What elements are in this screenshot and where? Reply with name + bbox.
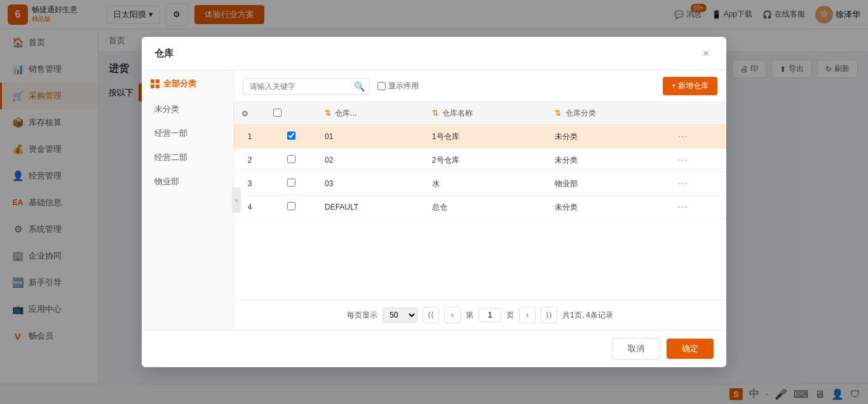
sort-icon: ⇅ bbox=[555, 109, 561, 118]
row-code: 01 bbox=[317, 125, 424, 149]
table-row[interactable]: 2 02 2号仓库 未分类 ··· bbox=[234, 149, 726, 172]
sort-icon: ⇅ bbox=[432, 109, 438, 118]
cancel-button[interactable]: 取消 bbox=[612, 338, 660, 360]
dialog-overlay: 仓库 × 全部分类 未分类 经营一部 bbox=[0, 0, 868, 404]
th-name-label: 仓库名称 bbox=[442, 109, 473, 118]
dialog-footer: 取消 确定 bbox=[142, 330, 726, 367]
category-item-unclassified[interactable]: 未分类 bbox=[142, 97, 233, 121]
row-num: 1 bbox=[234, 125, 266, 149]
total-info: 共1页, 4条记录 bbox=[562, 310, 613, 321]
dialog-close-button[interactable]: × bbox=[698, 46, 714, 61]
th-name[interactable]: ⇅ 仓库名称 bbox=[424, 102, 547, 125]
collapse-panel-button[interactable]: « bbox=[232, 187, 241, 213]
all-categories-label: 全部分类 bbox=[163, 78, 196, 90]
all-categories-button[interactable]: 全部分类 bbox=[142, 71, 233, 97]
th-category-label: 仓库分类 bbox=[566, 109, 596, 118]
per-page-select[interactable]: 50 100 200 bbox=[383, 307, 417, 323]
table-body: 1 01 1号仓库 未分类 ··· 2 02 2号仓库 未分类 ··· 3 03… bbox=[234, 125, 726, 219]
search-icon[interactable]: 🔍 bbox=[354, 81, 365, 91]
table-wrap: ⚙ ⇅ 仓库... ⇅ bbox=[234, 102, 726, 300]
category-label: 未分类 bbox=[154, 104, 179, 114]
show-disabled-checkbox[interactable] bbox=[377, 82, 386, 90]
row-checkbox[interactable] bbox=[266, 196, 317, 219]
row-category: 未分类 bbox=[547, 196, 670, 219]
th-code[interactable]: ⇅ 仓库... bbox=[317, 102, 424, 125]
row-category: 未分类 bbox=[547, 149, 670, 172]
row-code: 03 bbox=[317, 172, 424, 196]
row-checkbox[interactable] bbox=[266, 172, 317, 196]
first-page-button[interactable]: ⟨⟨ bbox=[423, 307, 439, 323]
dialog-body: 全部分类 未分类 经营一部 经营二部 物业部 « bbox=[142, 71, 726, 330]
category-label: 物业部 bbox=[154, 177, 179, 186]
row-name: 水 bbox=[424, 172, 547, 196]
select-all-checkbox[interactable] bbox=[273, 109, 281, 117]
sort-icon: ⇅ bbox=[325, 109, 331, 118]
search-bar: 🔍 显示停用 + 新增仓库 bbox=[234, 71, 726, 102]
per-page-label: 每页显示 bbox=[347, 310, 377, 321]
search-input-wrap: 🔍 bbox=[243, 78, 370, 95]
dialog-title: 仓库 bbox=[154, 48, 173, 60]
warehouse-table: ⚙ ⇅ 仓库... ⇅ bbox=[234, 102, 726, 219]
table-row[interactable]: 4 DEFAULT 总仓 未分类 ··· bbox=[234, 196, 726, 219]
page-unit: 页 bbox=[506, 310, 514, 321]
category-item-ops2[interactable]: 经营二部 bbox=[142, 145, 233, 170]
row-num: 2 bbox=[234, 149, 266, 172]
search-input[interactable] bbox=[243, 78, 370, 95]
row-actions[interactable]: ··· bbox=[670, 196, 726, 219]
row-name: 2号仓库 bbox=[424, 149, 547, 172]
th-code-label: 仓库... bbox=[335, 109, 356, 118]
add-warehouse-button[interactable]: + 新增仓库 bbox=[663, 77, 717, 95]
row-action-button[interactable]: ··· bbox=[678, 131, 688, 142]
show-disabled-text: 显示停用 bbox=[388, 81, 419, 91]
row-checkbox[interactable] bbox=[266, 149, 317, 172]
table-row[interactable]: 3 03 水 物业部 ··· bbox=[234, 172, 726, 196]
last-page-button[interactable]: ⟩⟩ bbox=[541, 307, 557, 323]
content-panel: 🔍 显示停用 + 新增仓库 ⚙ bbox=[234, 71, 726, 330]
row-category: 物业部 bbox=[547, 172, 670, 196]
row-action-button[interactable]: ··· bbox=[678, 178, 688, 189]
row-category: 未分类 bbox=[547, 125, 670, 149]
collapse-icon: « bbox=[234, 197, 238, 204]
table-header: ⚙ ⇅ 仓库... ⇅ bbox=[234, 102, 726, 125]
table-row[interactable]: 1 01 1号仓库 未分类 ··· bbox=[234, 125, 726, 149]
show-disabled-label[interactable]: 显示停用 bbox=[377, 81, 419, 91]
category-label: 经营二部 bbox=[154, 152, 187, 162]
gear-icon: ⚙ bbox=[241, 109, 248, 118]
warehouse-dialog: 仓库 × 全部分类 未分类 经营一部 bbox=[142, 37, 726, 367]
th-actions bbox=[670, 102, 726, 125]
category-label: 经营一部 bbox=[154, 128, 187, 138]
th-checkbox[interactable] bbox=[266, 102, 317, 125]
row-actions[interactable]: ··· bbox=[670, 172, 726, 196]
category-item-property[interactable]: 物业部 bbox=[142, 170, 233, 194]
category-item-ops1[interactable]: 经营一部 bbox=[142, 121, 233, 145]
row-checkbox[interactable] bbox=[266, 125, 317, 149]
th-category[interactable]: ⇅ 仓库分类 bbox=[547, 102, 670, 125]
category-panel: 全部分类 未分类 经营一部 经营二部 物业部 « bbox=[142, 71, 234, 330]
row-actions[interactable]: ··· bbox=[670, 125, 726, 149]
pagination: 每页显示 50 100 200 ⟨⟨ ‹ 第 页 › ⟩⟩ 共1页, 4条记录 bbox=[234, 300, 726, 330]
row-name: 1号仓库 bbox=[424, 125, 547, 149]
row-actions[interactable]: ··· bbox=[670, 149, 726, 172]
confirm-button[interactable]: 确定 bbox=[667, 339, 714, 359]
row-code: 02 bbox=[317, 149, 424, 172]
row-name: 总仓 bbox=[424, 196, 547, 219]
page-number-input[interactable] bbox=[478, 308, 501, 322]
row-code: DEFAULT bbox=[317, 196, 424, 219]
row-action-button[interactable]: ··· bbox=[678, 201, 688, 212]
grid-icon bbox=[151, 79, 159, 88]
next-page-button[interactable]: › bbox=[519, 307, 536, 323]
dialog-header: 仓库 × bbox=[142, 37, 726, 71]
th-gear[interactable]: ⚙ bbox=[234, 102, 266, 125]
page-label: 第 bbox=[466, 310, 473, 321]
prev-page-button[interactable]: ‹ bbox=[444, 307, 461, 323]
row-action-button[interactable]: ··· bbox=[678, 154, 688, 165]
